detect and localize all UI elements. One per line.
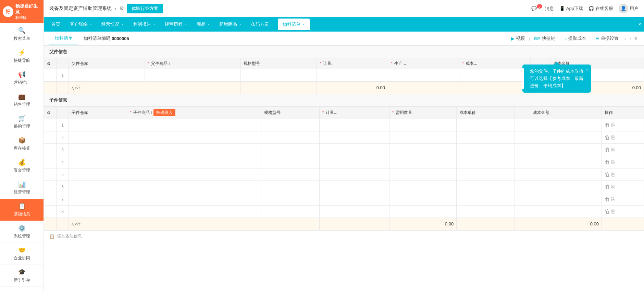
tab-barcode[interactable]: 条码方案 × [246, 19, 278, 30]
sidebar-item-purchase[interactable]: 🛒 采购管理 [0, 111, 44, 133]
parent-row-cost[interactable] [459, 69, 531, 82]
tab-profit[interactable]: 利润报告 × [128, 19, 160, 30]
sidebar-item-basic-info[interactable]: 📋 基础信息 [0, 199, 44, 221]
tab-history-close[interactable]: × [185, 22, 187, 26]
tab-history[interactable]: 经营历程 × [160, 19, 191, 30]
parent-row-product[interactable] [145, 69, 241, 82]
tab-customer[interactable]: 客户联络 × [65, 19, 97, 30]
app-download-button[interactable]: 📱 App下载 [559, 5, 583, 12]
child-row1-required-qty[interactable] [389, 119, 456, 131]
sidebar-item-operations[interactable]: 📊 经营管理 [0, 177, 44, 199]
delete-icon[interactable]: 🗑 [605, 172, 610, 178]
tab-operations[interactable]: 经营情况 × [97, 19, 128, 30]
parent-row-quantity[interactable] [317, 69, 388, 82]
sidebar-item-label: 基础信息 [14, 211, 30, 217]
extract-cost-action[interactable]: ↓ 提取成本 [565, 35, 586, 42]
scan-input-button[interactable]: 扫码录入 [153, 109, 175, 116]
child-col-product: * 子件商品 ℹ 扫码录入 [127, 107, 261, 119]
tab-goods-close[interactable]: × [208, 22, 210, 26]
child-row1-product[interactable] [127, 119, 261, 131]
tab-operations-close[interactable]: × [121, 22, 123, 26]
shortcut-action[interactable]: ⌨ 快捷键 [534, 35, 555, 42]
delete-icon[interactable]: 🗑 [605, 122, 610, 128]
copy-icon[interactable]: ⎘ [611, 135, 615, 141]
enterprise-icon: 🤝 [18, 246, 26, 254]
sidebar-item-label: 营销推广 [14, 80, 30, 85]
tab-home[interactable]: 首页 [47, 19, 65, 30]
sub-tabs-bar: 物料清单 物料清单编码 0000005 ▶ 视频 | ⌨ 快捷键 | [44, 32, 644, 46]
single-settings-action[interactable]: ☰ 单据设置 [595, 35, 619, 42]
message-button[interactable]: 💬 6 消息 [531, 5, 554, 12]
next-arrow[interactable]: › [628, 35, 632, 42]
shortcut-icon: ⌨ [534, 36, 541, 41]
tooltip-close-button[interactable]: × [586, 67, 588, 73]
parent-section-title: 父件信息 [44, 46, 644, 58]
copy-icon[interactable]: ⎘ [611, 184, 615, 190]
sidebar-item-inventory[interactable]: 📦 库存核算 [0, 133, 44, 155]
online-service-button[interactable]: 🎧 在线客服 [589, 5, 613, 12]
copy-icon[interactable]: ⎘ [611, 122, 615, 128]
child-row1-spec[interactable] [261, 119, 319, 131]
tab-goods-label: 商品 [197, 21, 206, 27]
finance-icon: 💰 [18, 159, 26, 166]
video-label: 视频 [516, 35, 525, 42]
video-action[interactable]: ▶ 视频 [511, 35, 525, 42]
settings-icon[interactable]: ⚙ [119, 5, 124, 12]
delete-icon[interactable]: 🗑 [605, 159, 610, 165]
child-row1-spacer [374, 119, 389, 131]
tab-goods[interactable]: 商品 × [192, 19, 214, 30]
sidebar-item-quick-nav[interactable]: ⚡ 快捷导航 [0, 45, 44, 67]
sub-tab-bom-list[interactable]: 物料清单 [49, 32, 78, 45]
sidebar-item-sys-mgmt[interactable]: ⚙️ 系统管理 [0, 221, 44, 243]
delete-icon[interactable]: 🗑 [605, 209, 610, 215]
copy-icon[interactable]: ⎘ [611, 196, 615, 202]
topbar-dropdown-arrow[interactable]: ▾ [114, 6, 116, 11]
parent-row-spec[interactable] [241, 69, 317, 82]
parent-row-production[interactable] [388, 69, 459, 82]
delete-icon[interactable]: 🗑 [605, 196, 610, 202]
bom-code-value: 0000005 [112, 33, 129, 45]
copy-icon[interactable]: ⎘ [611, 172, 615, 178]
child-col-rownum [57, 107, 69, 119]
sidebar-item-sales[interactable]: 💼 销售管理 [0, 89, 44, 111]
sidebar-item-newbie[interactable]: 🎓 新手引导 [0, 265, 44, 287]
sidebar-item-search[interactable]: 🔍 搜索菜单 [0, 23, 44, 45]
tab-profit-close[interactable]: × [153, 22, 155, 26]
single-settings-icon: ☰ [595, 36, 599, 41]
user-button[interactable]: 👤 用户 [619, 4, 639, 13]
delete-icon[interactable]: 🗑 [605, 135, 610, 141]
trial-button[interactable]: 体验行业方案 [127, 4, 163, 13]
sidebar-item-marketing[interactable]: 📢 营销推广 [0, 67, 44, 89]
menu-arrow[interactable]: ≡ [633, 35, 639, 42]
tab-bom-close[interactable]: × [302, 22, 305, 26]
tab-bom[interactable]: 物料清单 × [278, 19, 309, 30]
separator3: | [590, 36, 591, 41]
delete-icon[interactable]: 🗑 [605, 147, 610, 153]
online-service-label: 在线客服 [595, 5, 613, 12]
sidebar-item-label: 销售管理 [14, 102, 30, 107]
child-row1-cost-amount [530, 119, 602, 131]
sidebar-item-enterprise[interactable]: 🤝 企业协同 [0, 243, 44, 265]
sidebar-item-label: 资金管理 [14, 167, 30, 173]
tooltip-text: 您的父件、子件的成本取值可以选择【参考成本、最新进价、平均成本】 [527, 68, 586, 89]
sidebar-item-finance[interactable]: 💰 资金管理 [0, 155, 44, 177]
close-all-tabs-button[interactable]: × [638, 21, 641, 27]
parent-subtotal-label: 小计 [69, 82, 241, 94]
tab-customer-close[interactable]: × [90, 22, 92, 26]
prev-arrow[interactable]: ‹ [623, 35, 627, 42]
tab-new-goods-close[interactable]: × [239, 22, 241, 26]
child-table-wrapper: ⚙ 子件仓库 * 子件商品 ℹ 扫码录入 [44, 106, 644, 230]
delete-icon[interactable]: 🗑 [605, 184, 610, 190]
tab-barcode-close[interactable]: × [271, 22, 273, 26]
sidebar-item-label: 企业协同 [14, 255, 30, 261]
child-row1-cost-unit[interactable] [457, 119, 515, 131]
parent-row-warehouse[interactable] [69, 69, 145, 82]
child-col-action: 操作 [602, 107, 644, 119]
tab-new-goods[interactable]: 新增商品 × [214, 19, 246, 30]
child-row1-quantity[interactable] [319, 119, 374, 131]
copy-icon[interactable]: ⎘ [611, 209, 615, 215]
copy-icon[interactable]: ⎘ [611, 147, 615, 153]
child-row1-warehouse[interactable] [69, 119, 127, 131]
table-row: 3 🗑⎘ [44, 144, 644, 156]
copy-icon[interactable]: ⎘ [611, 159, 615, 165]
